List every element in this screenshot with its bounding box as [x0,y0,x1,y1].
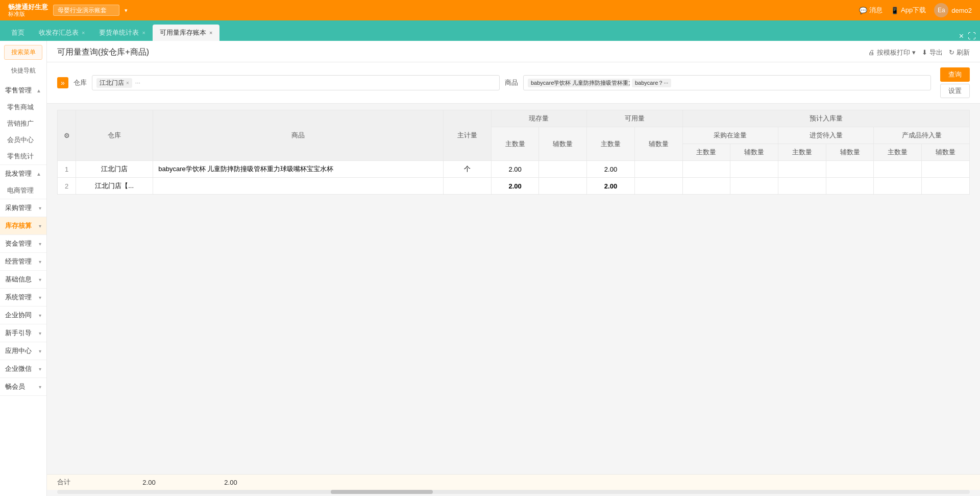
tab-close-all-btn[interactable]: × [959,32,964,41]
search-menu-btn[interactable]: 搜索菜单 [4,45,42,60]
tab-receivepay[interactable]: 收发存汇总表 × [32,25,92,41]
sidebar-item-ecommerce[interactable]: 电商管理 [0,182,46,199]
warehouse-more[interactable]: ··· [135,79,140,86]
sidebar-group-vip-label: 畅会员 [5,382,25,391]
table-area: ⚙ 仓库 商品 主计量 现存量 可用量 预计入库量 主数量 辅数量 主数量 辅数… [47,104,980,474]
th-finished-main-qty: 主数量 [874,144,922,161]
th-current-aux-qty: 辅数量 [539,127,587,161]
sidebar-group-wholesale-header[interactable]: 批发管理 ▲ [0,165,46,182]
sidebar-group-retail-label: 零售管理 [5,86,32,95]
refresh-btn[interactable]: ↻ 刷新 [949,48,970,57]
selector-arrow[interactable]: ▾ [125,7,128,14]
product-tag-0: babycare学饮杯 儿童防摔防撞吸管杯重力球吸嘴杯宝宝水杯 × [528,79,630,87]
app-download-btn[interactable]: 📱 App下载 [891,6,926,15]
tab-expand-btn[interactable]: ⛶ [968,32,976,41]
sidebar-group-retail-header[interactable]: 零售管理 ▲ [0,82,46,99]
th-purch-main-qty: 主数量 [682,144,730,161]
filter-buttons: 查询 设置 [940,67,970,98]
sidebar-group-purchase-header[interactable]: 采购管理 ▾ [0,199,46,217]
sidebar-group-system-header[interactable]: 系统管理 ▾ [0,289,46,306]
warehouse-tag-text: 江北门店 [100,79,124,87]
row-2-current-aux [539,178,587,195]
query-btn[interactable]: 查询 [940,67,970,82]
th-settings[interactable]: ⚙ [58,110,76,161]
row-1-current-aux [539,161,587,178]
message-label: 消息 [869,6,883,15]
user-name: demo2 [951,7,972,14]
sidebar-group-finance-arrow: ▾ [39,241,41,247]
warehouse-tag-close[interactable]: × [126,80,129,86]
table-row: 1 江北门店 babycare学饮杯 儿童防摔防撞吸管杯重力球吸嘴杯宝宝水杯 个… [58,161,970,178]
table-row: 2 江北门店【... 2.00 2.00 [58,178,970,195]
sidebar-group-basic-label: 基础信息 [5,275,32,284]
sidebar-group-operations: 经营管理 ▾ [0,253,46,271]
sidebar-group-vip-arrow: ▾ [39,384,41,390]
row-2-purch-main [682,178,730,195]
print-label: 按模板打印 [877,48,910,57]
tab-orderstat-close[interactable]: × [142,30,145,36]
top-bar: 畅捷通好生意 标准版 母婴行业演示账套 ▾ 💬 消息 📱 App下载 Ea de… [0,0,980,20]
th-finished-aux-qty: 辅数量 [922,144,970,161]
export-btn[interactable]: ⬇ 导出 [922,48,943,57]
message-icon: 💬 [859,7,867,14]
top-bar-right: 💬 消息 📱 App下载 Ea demo2 [859,3,972,17]
sidebar-group-operations-header[interactable]: 经营管理 ▾ [0,253,46,270]
tab-orderstat[interactable]: 要货单统计表 × [92,25,152,41]
setting-btn[interactable]: 设置 [940,84,970,98]
filter-expand-btn[interactable]: » [57,77,68,88]
main-layout: 搜索菜单 快捷导航 零售管理 ▲ 零售商城 营销推广 会员中心 零售统计 批发管… [0,41,980,496]
export-label: 导出 [929,48,943,57]
quick-nav-btn[interactable]: 快捷导航 [4,64,42,78]
row-1-finished-main [874,161,922,178]
row-1-purch-main [682,161,730,178]
sidebar-group-inventory-header[interactable]: 库存核算 ▾ [0,217,46,234]
sidebar-group-wxwork-header[interactable]: 企业微信 ▾ [0,360,46,377]
row-1-avail-main: 2.00 [587,161,635,178]
user-area[interactable]: Ea demo2 [934,3,972,17]
tab-receivepay-close[interactable]: × [82,30,85,36]
sidebar-group-wholesale-arrow: ▲ [36,171,41,177]
th-available: 可用量 [587,110,682,127]
sidebar-item-retail-promo[interactable]: 营销推广 [0,115,46,132]
th-purch-aux-qty: 辅数量 [730,144,778,161]
sidebar-item-retail-member[interactable]: 会员中心 [0,132,46,148]
app-icon: 📱 [891,7,899,14]
th-incoming: 进货待入量 [778,127,874,144]
sidebar-group-newguide-header[interactable]: 新手引导 ▾ [0,324,46,342]
sidebar-group-finance-header[interactable]: 资金管理 ▾ [0,235,46,252]
row-1-current-main: 2.00 [491,161,539,178]
sidebar-group-inventory-arrow: ▾ [39,223,41,229]
th-product: 商品 [153,110,444,161]
product-label: 商品 [505,78,518,87]
account-selector[interactable]: 母婴行业演示账套 [53,5,119,16]
tab-availstock-close[interactable]: × [209,30,212,36]
sidebar-group-appcenter-header[interactable]: 应用中心 ▾ [0,342,46,360]
sidebar-group-wxwork: 企业微信 ▾ [0,360,46,378]
sidebar-group-enterprise-header[interactable]: 企业协同 ▾ [0,306,46,324]
row-2-incoming-main [778,178,826,195]
nav-btn-area: 快捷导航 [0,64,46,82]
tab-availstock[interactable]: 可用量库存账本 × [153,25,219,41]
print-template-btn[interactable]: 🖨 按模板打印 ▾ [868,48,916,57]
product-tag-1: babycare？··· [632,79,671,87]
filter-area: » 仓库 江北门店 × ··· 商品 babycare学饮杯 儿童防摔防撞吸管杯… [47,62,980,104]
warehouse-filter-area[interactable]: 江北门店 × ··· [92,75,500,90]
sidebar-item-retail-mall[interactable]: 零售商城 [0,99,46,115]
th-current-main-qty: 主数量 [491,127,539,161]
sidebar-group-retail-arrow: ▲ [36,88,41,93]
print-icon: 🖨 [868,49,875,56]
tab-home[interactable]: 首页 [4,25,32,41]
product-filter-area[interactable]: babycare学饮杯 儿童防摔防撞吸管杯重力球吸嘴杯宝宝水杯 × babyca… [523,75,931,90]
sidebar-group-basic-header[interactable]: 基础信息 ▾ [0,271,46,288]
sidebar-group-system-label: 系统管理 [5,293,32,302]
top-bar-left: 畅捷通好生意 标准版 母婴行业演示账套 ▾ [8,3,128,18]
sidebar-item-retail-stat[interactable]: 零售统计 [0,148,46,164]
message-btn[interactable]: 💬 消息 [859,6,883,15]
sidebar-group-newguide-label: 新手引导 [5,328,32,338]
avatar: Ea [934,3,948,17]
page-actions: 🖨 按模板打印 ▾ ⬇ 导出 ↻ 刷新 [868,48,970,57]
sidebar-group-purchase: 采购管理 ▾ [0,199,46,217]
footer-values: 2.00 2.00 [129,479,970,486]
sidebar-group-vip-header[interactable]: 畅会员 ▾ [0,378,46,395]
scroll-bar[interactable] [57,490,970,494]
